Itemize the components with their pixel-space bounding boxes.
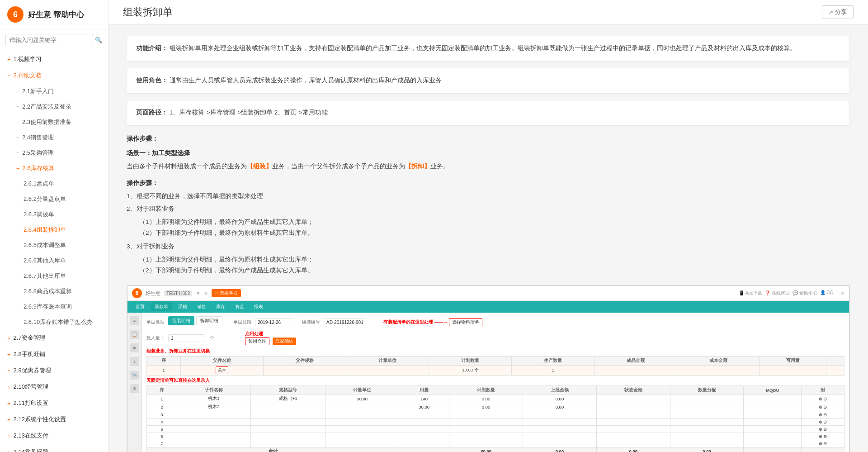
sidebar-child-stockcheck[interactable]: 2.6.9库存账本查询 [0,299,108,314]
ops-heading: 操作步骤： [127,135,850,143]
sidebar-child-assembly[interactable]: 2.6.4组装拆卸单 [0,222,108,238]
annotation-wrapper-3: 启用处理 领用仓库 立家确认 [245,331,296,345]
sidebar-icon-2: 📋 [130,330,139,339]
page-title: 组装拆卸单 [123,5,173,19]
sidebar-item-print[interactable]: + 2.11打印设置 [0,395,108,411]
fake-nav-purchase[interactable]: 采购 [175,302,191,311]
fake-form-row-1: 单据类型 组装明细 拆卸明细 单据日期 2019-12-26 [146,316,844,328]
sidebar-item-mobile[interactable]: + 2.8手机旺铺 [0,346,108,362]
share-button[interactable]: ↗ 分享 [822,5,854,19]
type-btn-disassembly[interactable]: 拆卸明细 [196,316,222,325]
table2-footer-row: 合计 ¥0.00 0.00 0.00 0.00 [147,447,844,452]
plus-icon: + [7,56,11,63]
sidebar-icon-3: ⊕ [130,343,139,352]
type-selector-wrapper: 组装明细 拆卸明细 [168,316,222,328]
step2-sub1: （1）上部明细为父件明细，最终作为产成品生成其它入库单； [139,217,850,228]
sidebar-child-purchase[interactable]: +2.5采购管理 [0,145,108,161]
sidebar-item-finance[interactable]: + 2.7资金管理 [0,330,108,346]
col2-unit: 计量单位 [326,386,399,395]
cell-parent-name: 关木 [181,366,264,376]
role-block: 使用角色： 通常由生产人员或库管人员完成拆装业务的操作，库管人员确认原材料的出库… [127,68,850,94]
child-plus-icon: + [16,104,19,110]
sidebar-child-inventory[interactable]: −2.6库存核算 [0,161,108,176]
sidebar-item-sysconfig[interactable]: + 2.12系统个性化设置 [0,411,108,428]
table2-row-4: 4 [147,419,844,426]
col-available: 可用量 [760,357,826,366]
step2: 2、对于组装业务 [127,204,850,214]
sidebar-item-label: 2.10经营管理 [14,383,48,391]
sidebar-item-faq[interactable]: + 2.14常见问题 [0,444,108,452]
sidebar-child-data[interactable]: +2.3使用前数据准备 [0,114,108,130]
table-row: 1 关木 10.00 个 1 [147,366,844,376]
sidebar-child-otheroutbound[interactable]: 2.6.7其他出库单 [0,268,108,284]
fake-app-sidebar: ≡ 📋 ⊕ ↕ 📎 ✉ [127,313,142,452]
sidebar-icon-6: ✉ [130,384,139,393]
col2-planned: 计划数量 [449,386,523,395]
plus-icon: + [7,416,11,423]
col2-status-amt: 状态金额 [596,386,670,395]
sidebar-item-label: 2.帮助文档 [14,71,42,80]
sidebar-item-coupon[interactable]: + 2.9优惠券管理 [0,362,108,379]
fake-app-nav: 首页 新款单 采购 销售 库存 资金 报表 [127,301,849,313]
fake-nav-sales[interactable]: 销售 [193,302,210,311]
fake-table-child: 序 子件名称 规格型号 计量单位 用量 计划数量 上批金额 状态金额 数量分配 [146,385,844,452]
search-input[interactable] [5,34,93,46]
fake-nav-inventory[interactable]: 库存 [212,302,229,311]
search-button[interactable]: 🔍 [95,37,103,43]
form-label-type: 单据类型 [146,319,165,325]
role-label: 使用角色： [136,77,168,84]
cell-prod-qty: 1 [512,366,594,376]
sidebar-child-costadjust[interactable]: 2.6.5成本调整单 [0,238,108,253]
sidebar-child-transfer[interactable]: 2.6.3调拨单 [0,207,108,222]
sidebar-icon-4: ↕ [130,357,139,366]
step3-sub2: （2）下部明细为子件明细，最终作为产成品生成其它入库单。 [139,265,850,276]
table2-row-6: 6 [147,433,844,440]
fake-nav-home[interactable]: 首页 [132,302,148,311]
scenario1-desc: 当由多个子件材料组装成一个成品的业务为【组装】业务，当由一个父件拆分成多个子产品… [127,161,850,172]
form-label-date: 单据日期 [233,319,251,325]
sidebar-child-stocktake[interactable]: 2.6.1盘点单 [0,176,108,191]
intro-text: 组装拆卸单用来处理企业组装或拆卸等加工业务，支持有固定装配清单的产品加工业务，也… [170,45,796,52]
intro-block: 功能介绍： 组装拆卸单用来处理企业组装或拆卸等加工业务，支持有固定装配清单的产品… [127,36,850,62]
sidebar-child-stockerror[interactable]: 2.6.10库存账本错了怎么办 [0,314,108,330]
sidebar-item-label: 2.12系统个性化设置 [14,415,66,423]
form-qty-value: 1 [168,334,204,342]
sidebar-child-install[interactable]: +2.2产品安装及登录 [0,99,108,114]
form-id-value: AD-20191226-001 [324,319,366,326]
fake-nav-report[interactable]: 报表 [250,302,267,311]
sidebar-child-splitstock[interactable]: 2.6.2分量盘点单 [0,191,108,207]
col2-actual: 上批金额 [523,386,597,395]
col2-alloc: 数量分配 [670,386,744,395]
fake-form-row-2: 数人量： 1 个 启用处理 领用仓库 立家确认 [146,331,844,345]
type-btn-assembly[interactable]: 组装明细 [168,316,194,325]
app-title: 好生意 帮助中心 [28,10,84,20]
sidebar-child-sales[interactable]: +2.4销售管理 [0,130,108,145]
sidebar-child-otherinbound[interactable]: 2.6.6其他入库单 [0,253,108,268]
plus-icon: + [7,384,11,390]
intro-label: 功能介绍： [136,45,168,52]
sidebar-item-ops[interactable]: + 2.10经营管理 [0,379,108,395]
path-text: 1、库存核算->库存管理->组装拆卸单 2、首页->常用功能 [170,109,328,116]
col-planned-qty: 计划数量 [429,357,512,366]
fake-nav-new[interactable]: 新款单 [151,302,172,311]
col-unit: 计量单位 [346,357,429,366]
sidebar-item-label: 2.9优惠券管理 [14,366,51,375]
sidebar-icon-5: 📎 [130,371,139,380]
confirm-btn[interactable]: 立家确认 [273,338,296,345]
sidebar-item-label: 2.13在线支付 [14,432,48,440]
nav-icon-links: 📱 App下载 ❓ 在线帮助 💬 帮助中心 👤 CC [739,290,833,296]
fake-nav-finance[interactable]: 资金 [231,302,248,311]
annotation-label-3: 启用处理 [245,331,263,336]
plus-icon: + [7,335,11,342]
sidebar-child-goodscost[interactable]: 2.6.8商品成本重算 [0,284,108,299]
sidebar-child-newbie[interactable]: +2.1新手入门 [0,84,108,99]
sidebar-item-docs[interactable]: − 2.帮助文档 [0,67,108,84]
sidebar-item-video[interactable]: + 1.视频学习 [0,51,108,67]
col-parent-name: 父件名称 [181,357,264,366]
form-label-id: 组装组号 [302,319,320,325]
sidebar-item-onlinepay[interactable]: + 2.13在线支付 [0,428,108,444]
step2-sub2: （2）下部明细为子件明细，最终作为原材料生成其它出库单。 [139,228,850,238]
step3: 3、对于拆卸业务 [127,241,850,252]
annotation-wrapper-1: 有装配清单的在这里处理 ——→ 选择物料清单 [383,318,483,326]
orange-btn[interactable]: 同票推单-1 [212,289,241,297]
